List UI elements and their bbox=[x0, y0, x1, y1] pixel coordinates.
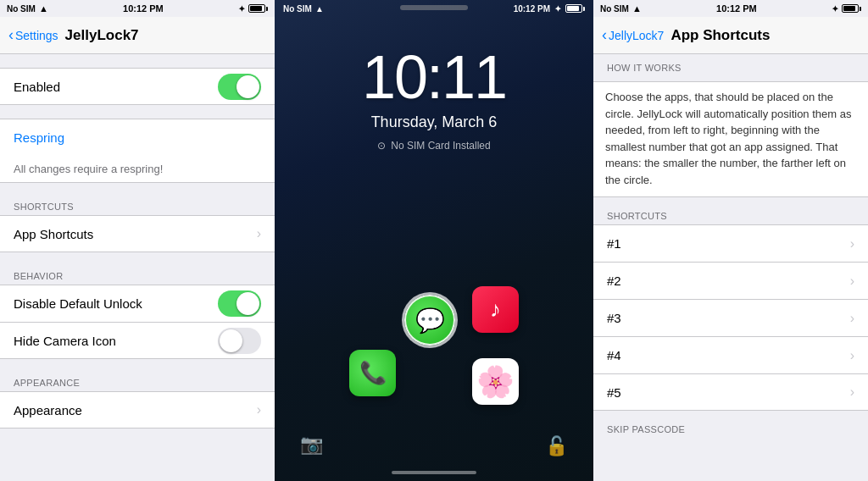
disable-unlock-label: Disable Default Unlock bbox=[14, 296, 218, 311]
how-header: HOW IT WORKS bbox=[593, 54, 868, 76]
lock-icon: 🔓 bbox=[545, 435, 568, 456]
toggle-thumb-3 bbox=[220, 329, 242, 352]
shortcuts-list-section: SHORTCUTS #1 › #2 › #3 › #4 › bbox=[593, 197, 868, 411]
settings-panel: No SIM ▲ 10:12 PM ✦ ‹ Settings JellyLock… bbox=[0, 0, 275, 481]
s3-bt: ✦ bbox=[832, 4, 838, 14]
ls-app-photos[interactable]: 🌸 bbox=[472, 358, 519, 405]
s3-wifi: ▲ bbox=[632, 3, 642, 14]
s3-back-label: JellyLock7 bbox=[609, 29, 664, 42]
ls-time: 10:12 PM bbox=[514, 4, 550, 14]
group-shortcuts: SHORTCUTS App Shortcuts › bbox=[0, 196, 275, 252]
group-appearance: APPEARANCE Appearance › bbox=[0, 373, 275, 428]
nav-bar-1: ‹ Settings JellyLock7 bbox=[0, 17, 275, 54]
shortcuts-content: HOW IT WORKS Choose the apps, that shoul… bbox=[593, 54, 868, 481]
shortcut-2-chevron: › bbox=[850, 274, 854, 289]
back-button[interactable]: ‹ Settings bbox=[8, 26, 58, 44]
status-left: No SIM ▲ bbox=[7, 3, 48, 14]
shortcut-4-chevron: › bbox=[850, 348, 854, 363]
hide-camera-toggle[interactable] bbox=[218, 328, 261, 354]
wifi-icon: ▲ bbox=[39, 3, 48, 14]
ls-bt-icon: ✦ bbox=[554, 4, 561, 14]
appearance-header: APPEARANCE bbox=[0, 373, 275, 391]
ls-battery bbox=[565, 4, 585, 13]
chevron-appearance: › bbox=[257, 402, 261, 417]
shortcut-2[interactable]: #2 › bbox=[593, 262, 868, 299]
shortcut-5-chevron: › bbox=[850, 384, 854, 400]
shortcut-1[interactable]: #1 › bbox=[593, 224, 868, 262]
camera-icon: 📷 bbox=[300, 434, 323, 455]
shortcuts-header: SHORTCUTS bbox=[0, 196, 275, 215]
phone-icon: 📞 bbox=[359, 360, 387, 386]
s3-back-chevron: ‹ bbox=[602, 26, 607, 44]
appearance-label: Appearance bbox=[14, 403, 257, 417]
ls-date: Thursday, March 6 bbox=[275, 113, 593, 131]
battery-icon bbox=[248, 4, 268, 13]
shortcut-5[interactable]: #5 › bbox=[593, 373, 868, 411]
group-behavior: BEHAVIOR Disable Default Unlock Hide Cam… bbox=[0, 266, 275, 359]
ls-app-phone[interactable]: 📞 bbox=[349, 350, 396, 396]
ls-app-messages[interactable]: 💬 bbox=[404, 295, 455, 346]
ls-carrier-label: No SIM bbox=[283, 4, 312, 14]
cell-enabled: Enabled bbox=[0, 68, 275, 105]
app-shortcuts-label: App Shortcuts bbox=[14, 227, 257, 241]
cell-hide-camera: Hide Camera Icon bbox=[0, 322, 275, 359]
group-enabled: Enabled bbox=[0, 68, 275, 105]
shortcut-4[interactable]: #4 › bbox=[593, 336, 868, 373]
nosim-icon: ⊙ bbox=[377, 140, 386, 152]
ls-app-icons: 💬 ♪ 📞 🌸 bbox=[324, 261, 544, 413]
carrier-label: No SIM bbox=[7, 4, 36, 14]
how-it-works-section: HOW IT WORKS Choose the apps, that shoul… bbox=[593, 54, 868, 197]
s3-battery bbox=[842, 4, 861, 13]
enabled-toggle[interactable] bbox=[218, 74, 261, 100]
cell-appearance[interactable]: Appearance › bbox=[0, 391, 275, 428]
shortcuts-panel: No SIM ▲ 10:12 PM ✦ ‹ JellyLock7 App Sho… bbox=[593, 0, 868, 481]
ls-app-music[interactable]: ♪ bbox=[472, 286, 519, 333]
enabled-label: Enabled bbox=[14, 80, 218, 94]
ls-notch bbox=[400, 5, 468, 10]
shortcuts-section-header: SHORTCUTS bbox=[593, 197, 868, 224]
status-bar-1: No SIM ▲ 10:12 PM ✦ bbox=[0, 0, 275, 17]
cell-disable-unlock: Disable Default Unlock bbox=[0, 285, 275, 322]
ls-clock: 10:11 bbox=[275, 42, 593, 112]
how-text-content: Choose the apps, that should be placed o… bbox=[605, 91, 851, 186]
shortcut-2-label: #2 bbox=[607, 274, 850, 288]
disable-unlock-toggle[interactable] bbox=[218, 290, 261, 317]
time-label: 10:12 PM bbox=[123, 3, 164, 14]
skip-header: SKIP PASSCODE bbox=[593, 411, 868, 438]
back-chevron: ‹ bbox=[8, 26, 14, 44]
nav-bar-3: ‹ JellyLock7 App Shortcuts bbox=[593, 17, 868, 54]
music-icon: ♪ bbox=[490, 296, 501, 323]
s3-back-button[interactable]: ‹ JellyLock7 bbox=[602, 26, 664, 44]
nav-title: JellyLock7 bbox=[65, 27, 139, 44]
settings-content: Enabled Respring All changes require a r… bbox=[0, 54, 275, 481]
s3-status-left: No SIM ▲ bbox=[600, 3, 642, 14]
shortcut-3-label: #3 bbox=[607, 311, 850, 325]
respring-label: Respring bbox=[14, 130, 261, 145]
chevron-shortcuts: › bbox=[257, 226, 261, 241]
status-right: ✦ bbox=[238, 4, 268, 14]
skip-passcode-section: SKIP PASSCODE bbox=[593, 411, 868, 438]
bluetooth-icon: ✦ bbox=[238, 4, 245, 14]
ls-nosim: ⊙ No SIM Card Installed bbox=[275, 140, 593, 152]
cell-respring[interactable]: Respring bbox=[0, 119, 275, 156]
s3-status-right: ✦ bbox=[832, 4, 861, 14]
ls-camera-button[interactable]: 📷 bbox=[300, 432, 323, 456]
ls-wifi-icon: ▲ bbox=[315, 4, 324, 14]
photos-icon: 🌸 bbox=[472, 358, 519, 405]
shortcuts-list: #1 › #2 › #3 › #4 › #5 › bbox=[593, 224, 868, 411]
respring-note: All changes require a respring! bbox=[0, 156, 275, 183]
back-label: Settings bbox=[15, 29, 58, 42]
messages-icon: 💬 bbox=[415, 307, 445, 334]
group-respring: Respring All changes require a respring! bbox=[0, 119, 275, 183]
cell-app-shortcuts[interactable]: App Shortcuts › bbox=[0, 215, 275, 252]
shortcut-3-chevron: › bbox=[850, 311, 854, 326]
lockscreen-panel: No SIM ▲ 10:12 PM ✦ 10:11 Thursday, Marc… bbox=[275, 0, 593, 481]
ls-lock-button[interactable]: 🔓 bbox=[545, 435, 568, 457]
toggle-thumb-2 bbox=[236, 292, 259, 315]
shortcut-1-chevron: › bbox=[850, 236, 854, 252]
hide-camera-label: Hide Camera Icon bbox=[14, 334, 218, 348]
ls-home-indicator bbox=[392, 471, 476, 474]
shortcut-3[interactable]: #3 › bbox=[593, 299, 868, 336]
toggle-thumb bbox=[236, 75, 259, 98]
behavior-header: BEHAVIOR bbox=[0, 266, 275, 285]
